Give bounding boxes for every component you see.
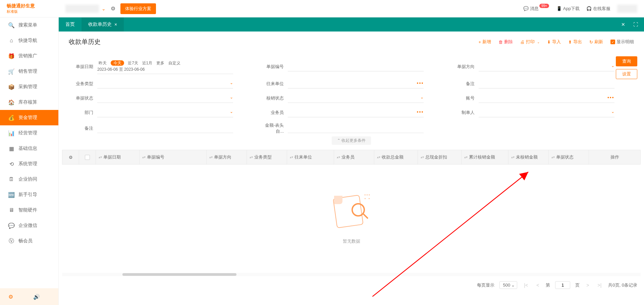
message-button[interactable]: 💬 消息 99+: [523, 6, 550, 12]
sidebar-item-marketing[interactable]: 🎁营销推广: [0, 48, 58, 64]
sidebar-item-wechat[interactable]: 💬企业微信: [0, 218, 58, 233]
refresh-button[interactable]: ↻刷新: [589, 39, 603, 45]
chevron-down-icon[interactable]: ⌄: [420, 95, 424, 100]
filter-verifystatus-select[interactable]: ⌄: [288, 94, 424, 103]
delete-button[interactable]: 🗑删除: [498, 39, 513, 45]
sidebar-item-operation[interactable]: 📊经营管理: [0, 125, 58, 141]
sound-icon[interactable]: 🔊: [33, 294, 40, 300]
filter-biztype-select[interactable]: ⌄: [97, 79, 233, 88]
col-no[interactable]: ▴▾单据编号: [140, 150, 207, 164]
collapse-button[interactable]: ⌃ 收起更多条件: [332, 136, 371, 145]
filter-account-input[interactable]: •••: [479, 94, 614, 103]
filter-amount-input[interactable]: [288, 124, 424, 133]
tabs-bar: 首页 收款单历史 × ✕ ⛶: [59, 17, 644, 32]
prev-page-button[interactable]: <: [535, 283, 541, 288]
table-header: ⚙ ▴▾单据日期 ▴▾单据编号 ▴▾单据方向 ▴▾业务类型 ▴▾往来单位 ▴▾业…: [62, 150, 641, 165]
filter-label: 单据状态: [72, 95, 97, 101]
sidebar-item-vip[interactable]: Ⓥ畅会员: [0, 233, 58, 249]
experience-button[interactable]: 体验行业方案: [120, 3, 156, 14]
filter-partner-input[interactable]: •••: [288, 79, 424, 88]
select-all-checkbox[interactable]: [79, 150, 96, 164]
tab-close-all-icon[interactable]: ✕: [619, 19, 628, 30]
col-operator[interactable]: ▴▾业务员: [334, 150, 374, 164]
chevron-down-icon[interactable]: ⌄: [611, 63, 614, 68]
sort-icon: ▴▾: [290, 156, 293, 158]
sidebar-item-system[interactable]: ⟲系统管理: [0, 156, 58, 172]
sort-icon: ▴▾: [250, 156, 253, 158]
col-dir[interactable]: ▴▾单据方向: [207, 150, 247, 164]
col-total-disc[interactable]: ▴▾总现金折扣: [418, 150, 462, 164]
col-date[interactable]: ▴▾单据日期: [96, 150, 140, 164]
date-opt-1m[interactable]: 近1月: [142, 61, 153, 65]
show-detail-toggle[interactable]: ✓显示明细: [610, 39, 634, 45]
filter-label: 部门: [72, 110, 97, 116]
date-opt-today[interactable]: 今天: [111, 60, 124, 66]
sidebar-item-quick-nav[interactable]: ⌂快捷导航: [0, 33, 58, 48]
tab-home[interactable]: 首页: [59, 17, 82, 32]
checkbox-checked-icon: ✓: [610, 40, 615, 44]
page-size-select[interactable]: 500 ⌄: [499, 281, 518, 289]
guide-icon: 🆕: [8, 192, 14, 198]
date-opt-7d[interactable]: 近7天: [128, 61, 138, 65]
more-icon[interactable]: •••: [607, 95, 614, 100]
filter-creator-select[interactable]: ⌄: [479, 108, 614, 117]
filter-docno-input[interactable]: [288, 62, 424, 71]
gear-icon[interactable]: ⚙: [111, 5, 115, 12]
col-total-recv[interactable]: ▴▾收款总金额: [374, 150, 418, 164]
settings-button[interactable]: 设置: [616, 69, 637, 79]
add-button[interactable]: +新增: [478, 39, 491, 45]
settings-icon[interactable]: ⚙: [8, 294, 13, 300]
message-badge: 99+: [539, 4, 549, 8]
close-icon[interactable]: ×: [114, 22, 117, 27]
sidebar-item-sales[interactable]: 🛒销售管理: [0, 64, 58, 79]
sidebar-item-collab[interactable]: 🗓企业协同: [0, 172, 58, 187]
col-partner[interactable]: ▴▾往来单位: [287, 150, 334, 164]
sidebar-item-base-info[interactable]: ▦基础信息: [0, 141, 58, 156]
sidebar-item-stock[interactable]: 🏠库存核算: [0, 95, 58, 110]
online-service-button[interactable]: 🎧 在线客服: [586, 6, 610, 12]
horizontal-scrollbar[interactable]: [62, 273, 641, 276]
phone-icon: 📱: [556, 6, 562, 11]
more-icon[interactable]: •••: [417, 80, 424, 86]
sidebar-item-search-menu[interactable]: 🔍搜索菜单: [0, 17, 58, 33]
filter-date-input[interactable]: 昨天 今天 近7天 近1月 更多 自定义 2023-06-06 至 2023-0…: [97, 59, 233, 74]
query-button[interactable]: 查询: [616, 56, 637, 66]
filter-remark-input[interactable]: [479, 79, 614, 88]
fullscreen-icon[interactable]: ⛶: [631, 19, 641, 30]
col-biz[interactable]: ▴▾业务类型: [247, 150, 287, 164]
next-page-button[interactable]: >: [585, 283, 591, 288]
filter-label: 备注: [453, 81, 479, 87]
tab-receipt-history[interactable]: 收款单历史 ×: [82, 17, 124, 32]
print-button[interactable]: 🖨打印⌄: [520, 39, 540, 45]
chevron-down-icon[interactable]: ⌄: [230, 95, 233, 100]
filter-docstatus-select[interactable]: ⌄: [97, 94, 233, 103]
col-unverify[interactable]: ▴▾未核销金额: [508, 150, 549, 164]
date-opt-yesterday[interactable]: 昨天: [99, 61, 107, 65]
chevron-down-icon[interactable]: ⌄: [230, 109, 233, 114]
filter-docdir-select[interactable]: ⌄: [479, 62, 614, 71]
date-opt-custom[interactable]: 自定义: [168, 61, 180, 65]
date-opt-more[interactable]: 更多: [156, 61, 164, 65]
import-button[interactable]: ⬇导入: [547, 39, 561, 45]
col-settings-button[interactable]: ⚙: [62, 150, 79, 164]
chevron-down-icon[interactable]: ⌄: [611, 109, 614, 114]
app-download-button[interactable]: 📱 App下载: [556, 6, 580, 12]
export-button[interactable]: ⬆导出: [568, 39, 582, 45]
first-page-button[interactable]: |<: [522, 283, 530, 288]
page-input[interactable]: [555, 281, 570, 289]
chevron-down-icon[interactable]: ⌄: [102, 6, 106, 11]
last-page-button[interactable]: >|: [596, 283, 603, 288]
col-status[interactable]: ▴▾单据状态: [549, 150, 589, 164]
more-icon[interactable]: •••: [417, 109, 424, 115]
sidebar-item-finance[interactable]: 💰资金管理: [0, 110, 58, 125]
filter-remark2-input[interactable]: [97, 124, 233, 133]
col-total-verify[interactable]: ▴▾累计核销金额: [462, 150, 508, 164]
sidebar-item-purchase[interactable]: 📦采购管理: [0, 79, 58, 95]
filter-operator-input[interactable]: •••: [288, 108, 424, 117]
sidebar-item-hardware[interactable]: 🖥智能硬件: [0, 202, 58, 218]
box-icon: 📦: [8, 84, 14, 90]
sidebar-item-guide[interactable]: 🆕新手引导: [0, 187, 58, 202]
chevron-down-icon[interactable]: ⌄: [230, 80, 233, 85]
empty-illustration: • • •• •: [331, 191, 372, 232]
filter-dept-select[interactable]: ⌄: [97, 108, 233, 117]
